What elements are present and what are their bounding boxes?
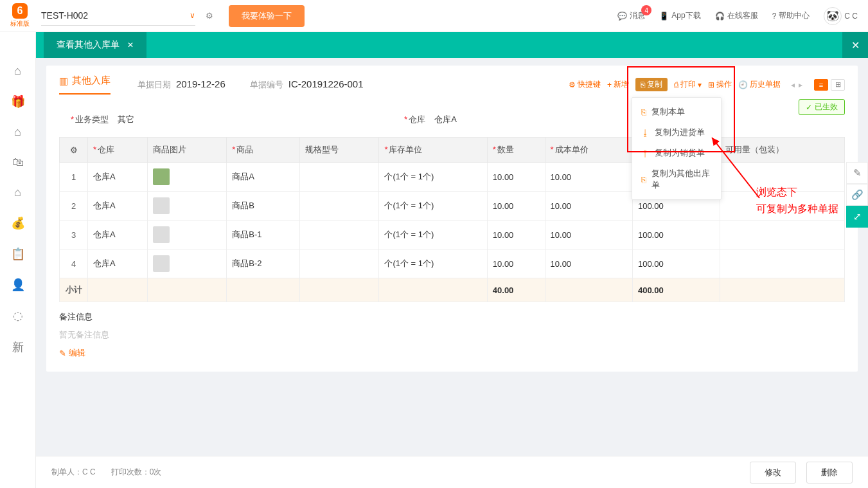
apps-icon: ⊞ xyxy=(708,80,714,89)
close-tab-button[interactable]: ✕ xyxy=(842,32,868,58)
remark-title: 备注信息 xyxy=(59,311,845,323)
document-icon: ▥ xyxy=(59,75,68,87)
print-button[interactable]: ⎙ 打印 ▾ xyxy=(674,79,702,90)
duplicate-icon: ⎘ xyxy=(641,107,646,117)
message-badge: 4 xyxy=(641,5,651,15)
app-download-link[interactable]: 📱 App下载 xyxy=(659,10,700,21)
logo[interactable]: 6 标准版 xyxy=(10,3,30,28)
money-icon[interactable]: 💰 xyxy=(11,216,25,230)
tab-view-other-inbound[interactable]: 查看其他入库单 ✕ xyxy=(44,32,146,58)
user-menu[interactable]: 🐼 C C xyxy=(824,7,858,25)
house-icon[interactable]: ⌂ xyxy=(14,125,21,139)
chevron-down-icon: ∨ xyxy=(190,11,195,20)
logo-icon: 6 xyxy=(12,3,28,19)
docno-label: 单据编号 xyxy=(250,79,283,91)
shortcut-button[interactable]: ⚙ 快捷键 xyxy=(569,79,601,90)
sync-icon[interactable]: ◌ xyxy=(13,309,23,323)
table-row[interactable]: 4 仓库A 商品B-2 个(1个 = 1个) 10.00 10.00 100.0… xyxy=(60,249,845,278)
gift-icon[interactable]: 🎁 xyxy=(11,95,25,109)
copy-as-sales-item[interactable]: ⭱ 复制为销货单 xyxy=(632,143,721,163)
export-icon: ⎘ xyxy=(641,175,646,185)
product-image xyxy=(153,168,170,185)
profile-icon[interactable]: 👤 xyxy=(11,278,25,292)
table-row[interactable]: 3 仓库A 商品B-1 个(1个 = 1个) 10.00 10.00 100.0… xyxy=(60,221,845,249)
operations-button[interactable]: ⊞ 操作 xyxy=(708,79,732,90)
grid-view-button[interactable]: ⊞ xyxy=(831,79,845,91)
modify-button[interactable]: 修改 xyxy=(750,462,796,483)
outbox-icon: ⭱ xyxy=(641,149,650,158)
note-dock-button[interactable]: ✎ xyxy=(846,162,868,184)
printer-icon: ⎙ xyxy=(674,80,678,89)
footer: 制单人：C C 打印次数：0次 修改 删除 xyxy=(36,456,868,488)
product-image xyxy=(153,197,170,214)
link-dock-button[interactable]: 🔗 xyxy=(846,184,868,206)
right-dock: ✎ 🔗 ⤢ xyxy=(846,162,868,228)
check-icon: ✓ xyxy=(806,103,812,112)
prev-button[interactable]: ◂ xyxy=(790,80,796,89)
gear-icon[interactable]: ⚙ xyxy=(206,11,213,21)
inbound-type-tab[interactable]: ▥ 其他入库 xyxy=(59,75,111,95)
date-value: 2019-12-26 xyxy=(176,78,226,89)
message-icon: 💬 xyxy=(617,12,627,21)
new-button[interactable]: + 新增 xyxy=(607,79,629,90)
home-icon[interactable]: ⌂ xyxy=(14,64,21,78)
docno-value: IC-20191226-001 xyxy=(288,78,364,89)
close-icon[interactable]: ✕ xyxy=(127,41,134,50)
warehouse-field: *仓库 仓库A xyxy=(404,114,457,125)
inbox-icon: ⭳ xyxy=(641,128,650,138)
plus-icon: + xyxy=(607,80,612,89)
subtotal-row: 小计 40.00400.00 xyxy=(60,278,845,302)
copy-dropdown: ⎘ 复制本单 ⭳ 复制为进货单 ⭱ 复制为销货单 xyxy=(632,97,722,200)
list-view-button[interactable]: ≡ xyxy=(814,79,828,91)
messages-link[interactable]: 💬 消息 4 xyxy=(617,10,645,21)
remark-empty: 暂无备注信息 xyxy=(59,329,845,341)
chevron-down-icon: ▾ xyxy=(698,80,702,89)
history-icon: 🕘 xyxy=(738,80,748,89)
clipboard-icon[interactable]: 📋 xyxy=(11,247,25,261)
warehouse-icon[interactable]: ⌂ xyxy=(14,186,21,199)
date-label: 单据日期 xyxy=(137,79,171,91)
table-row[interactable]: 2 仓库A 商品B 个(1个 = 1个) 10.00 10.00 100.00 xyxy=(60,192,845,221)
org-selector[interactable]: TEST-H002 ∨ xyxy=(41,6,195,26)
gear-column-header[interactable]: ⚙ xyxy=(60,138,88,163)
phone-icon: 📱 xyxy=(659,12,669,21)
items-table: ⚙ *仓库 商品图片 *商品 规格型号 *库存单位 *数量 *成本单价 *成本金… xyxy=(59,137,845,302)
copy-as-purchase-item[interactable]: ⭳ 复制为进货单 xyxy=(632,122,721,143)
gear-icon: ⚙ xyxy=(569,80,576,89)
customer-service-link[interactable]: 🎧 在线客服 xyxy=(715,10,758,21)
next-button[interactable]: ▸ xyxy=(797,80,804,89)
help-icon: ? xyxy=(772,12,777,21)
headset-icon: 🎧 xyxy=(715,12,725,21)
copy-as-other-outbound-item[interactable]: ⎘ 复制为其他出库单 xyxy=(632,163,721,195)
new-icon[interactable]: 新 xyxy=(12,339,24,355)
copy-current-item[interactable]: ⎘ 复制本单 xyxy=(632,102,721,122)
biz-type-field: *业务类型 其它 xyxy=(71,114,134,125)
org-name: TEST-H002 xyxy=(41,10,88,21)
trial-button[interactable]: 我要体验一下 xyxy=(229,5,305,27)
logo-label: 标准版 xyxy=(10,19,30,28)
delete-button[interactable]: 删除 xyxy=(806,462,853,483)
copy-button[interactable]: ⎘ 复制 xyxy=(635,78,668,91)
edit-remark-button[interactable]: ✎ 编辑 xyxy=(59,347,845,359)
history-button[interactable]: 🕘 历史单据 xyxy=(738,79,781,90)
expand-dock-button[interactable]: ⤢ xyxy=(846,206,868,228)
avatar: 🐼 xyxy=(824,7,842,25)
status-badge: ✓ 已生效 xyxy=(799,99,845,115)
copy-icon: ⎘ xyxy=(641,80,645,89)
edit-icon: ✎ xyxy=(59,348,66,358)
product-image xyxy=(153,226,170,243)
sidebar: ⌂ 🎁 ⌂ 🛍 ⌂ 💰 📋 👤 ◌ 新 xyxy=(0,32,36,488)
product-image xyxy=(153,255,170,272)
help-center-link[interactable]: ? 帮助中心 xyxy=(772,10,810,21)
table-row[interactable]: 1 仓库A 商品A 个(1个 = 1个) 10.00 10.00 100.00 xyxy=(60,163,845,192)
bag-icon[interactable]: 🛍 xyxy=(12,156,24,169)
